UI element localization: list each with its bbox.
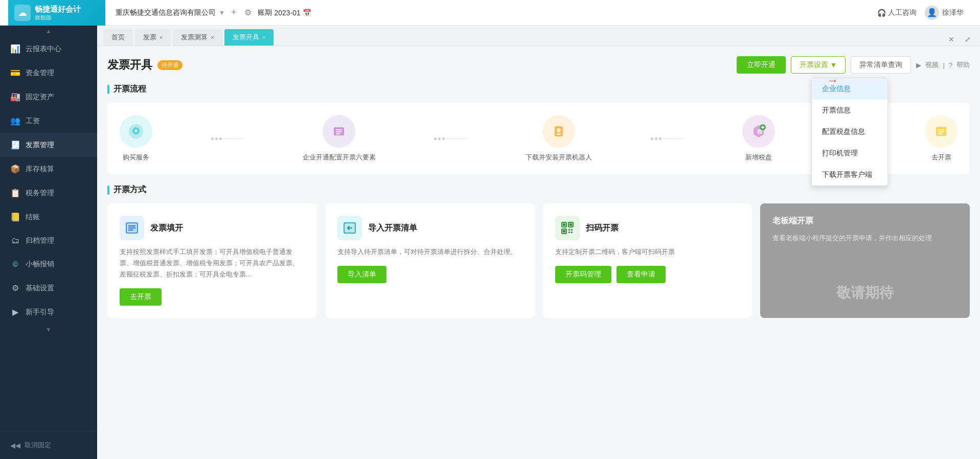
flow-step-invoice-label: 去开票 xyxy=(931,153,951,162)
sidebar: ▲ 📊 云报表中心 💳 资金管理 🏭 固定资产 👥 工资 🧾 发票管理 📦 库存… xyxy=(0,26,97,459)
dropdown-item-printer[interactable]: 打印机管理 xyxy=(812,143,887,164)
sidebar-scroll-down[interactable]: ▼ xyxy=(0,324,97,335)
gudingzichan-icon: 🏭 xyxy=(10,92,20,102)
method-import-header: 导入开票清单 xyxy=(337,216,522,240)
settings-dropdown-button[interactable]: 开票设置 ▼ xyxy=(791,56,846,74)
tab-fapiao-kaiju-close[interactable]: × xyxy=(262,34,265,40)
sidebar-item-guidang[interactable]: 🗂 归档管理 xyxy=(0,229,97,253)
top-header: ☁ 畅捷通好会计 旗舰版 重庆畅捷交通信息咨询有限公司 ▼ + ⚙ 账期 202… xyxy=(0,0,980,26)
svg-rect-35 xyxy=(571,232,573,233)
flow-icon-download xyxy=(542,115,575,148)
logo-sub: 旗舰版 xyxy=(35,14,81,21)
method-import-title: 导入开票清单 xyxy=(368,223,417,234)
fapiao-icon: 🧾 xyxy=(10,140,20,150)
sidebar-cancel-btn[interactable]: ◀◀ 取消固定 xyxy=(0,435,97,455)
method-scan-title: 扫码开票 xyxy=(586,223,619,234)
sidebar-item-fapiao[interactable]: 🧾 发票管理 xyxy=(0,133,97,157)
method-import-desc: 支持导入待开票清单，可对待开票清单进行拆分、合并处理。 xyxy=(337,246,522,258)
sidebar-item-label: 新手引导 xyxy=(26,308,54,317)
method-scan-code-btn[interactable]: 开票码管理 xyxy=(555,266,611,283)
method-card-boss: 老板端开票 查看老板端小程序提交的开票申请，并作出相应的处理 敬请期待 xyxy=(760,203,970,318)
overlay-text: 敬请期待 xyxy=(760,283,970,303)
shuiwu-icon: 📋 xyxy=(10,188,20,198)
tab-fapiao-cesuan-close[interactable]: × xyxy=(211,34,214,40)
tab-fapiao-kaiju-label: 发票开具 xyxy=(233,33,259,42)
dropdown-item-invoice-info[interactable]: 开票信息 xyxy=(812,100,887,121)
method-import-btn[interactable]: 导入清单 xyxy=(337,266,386,283)
main-layout: ▲ 📊 云报表中心 💳 资金管理 🏭 固定资产 👥 工资 🧾 发票管理 📦 库存… xyxy=(0,26,980,459)
settings-icon[interactable]: ⚙ xyxy=(244,8,252,17)
svg-point-8 xyxy=(557,128,561,132)
flow-icon-add-disk: 税 xyxy=(742,115,775,148)
xinshou-icon: ▶ xyxy=(10,307,20,317)
close-all-btn[interactable]: ✕ xyxy=(945,33,958,45)
tab-home[interactable]: 首页 xyxy=(103,29,133,45)
tab-fapiao-kaiju[interactable]: 发票开具 × xyxy=(224,29,274,45)
logo-main: 畅捷通好会计 xyxy=(35,4,81,14)
sidebar-scroll-up[interactable]: ▲ xyxy=(0,26,97,37)
sidebar-item-shuiwu[interactable]: 📋 税务管理 xyxy=(0,181,97,205)
dropdown-item-company-info[interactable]: 企业信息 xyxy=(812,78,887,100)
gongzi-icon: 👥 xyxy=(10,116,20,126)
company-selector[interactable]: 重庆畅捷交通信息咨询有限公司 ▼ xyxy=(116,8,225,17)
company-dropdown-icon: ▼ xyxy=(219,9,225,16)
method-boss-header: 老板端开票 xyxy=(772,216,958,226)
sidebar-item-gongzi[interactable]: 👥 工资 xyxy=(0,109,97,133)
methods-section-title: 开票方式 xyxy=(107,185,970,195)
company-name: 重庆畅捷交通信息咨询有限公司 xyxy=(116,8,216,17)
flow-connector-3 xyxy=(592,137,742,140)
method-fill-btn[interactable]: 去开票 xyxy=(120,288,162,306)
sidebar-item-label: 固定资产 xyxy=(26,93,54,102)
tab-action-btns: ✕ ⤢ xyxy=(945,33,974,45)
tab-fapiao[interactable]: 发票 × xyxy=(135,29,171,45)
user-area[interactable]: 👤 徐泽华 xyxy=(925,6,964,20)
video-label[interactable]: 视频 xyxy=(925,60,939,70)
sidebar-item-zijin[interactable]: 💳 资金管理 xyxy=(0,61,97,85)
content-area: 首页 发票 × 发票测算 × 发票开具 × ✕ ⤢ xyxy=(97,26,980,459)
method-fill-title: 发票填开 xyxy=(150,223,183,234)
settings-dropdown-arrow: ▼ xyxy=(830,61,837,69)
flow-step-add-disk-label: 新增税盘 xyxy=(745,153,772,162)
flow-connector-2 xyxy=(376,137,526,140)
sidebar-item-jiezhang[interactable]: 📒 结账 xyxy=(0,205,97,229)
settings-btn-label: 开票设置 xyxy=(800,60,828,70)
sidebar-item-jichu[interactable]: ⚙ 基础设置 xyxy=(0,276,97,300)
flow-step-download: 下载并安装开票机器人 xyxy=(526,115,592,162)
sidebar-item-xiaochang[interactable]: © 小畅报销 xyxy=(0,253,97,276)
support-area[interactable]: 🎧 人工咨询 xyxy=(877,8,917,17)
method-fill-header: 发票填开 xyxy=(120,216,305,240)
help-label[interactable]: 帮助 xyxy=(956,60,970,70)
method-scan-apply-btn[interactable]: 查看申请 xyxy=(617,266,666,283)
tab-fapiao-cesuan[interactable]: 发票测算 × xyxy=(173,29,222,45)
expand-btn[interactable]: ⤢ xyxy=(962,33,974,45)
methods-section: 开票方式 xyxy=(107,185,970,318)
method-boss-desc: 查看老板端小程序提交的开票申请，并作出相应的处理 xyxy=(772,233,958,244)
tab-fapiao-cesuan-label: 发票测算 xyxy=(181,33,208,42)
add-icon[interactable]: + xyxy=(231,7,237,18)
sidebar-item-kucun[interactable]: 📦 库存核算 xyxy=(0,157,97,181)
logo-text: 畅捷通好会计 旗舰版 xyxy=(35,4,81,21)
svg-rect-31 xyxy=(563,230,565,233)
red-arrow: → xyxy=(827,74,838,87)
flow-step-add-disk: 税 新增税盘 xyxy=(742,115,775,162)
page-actions: 立即开通 开票设置 ▼ 异常清单查询 ▶ 视频 | ? 帮助 xyxy=(737,56,970,74)
dropdown-item-tax-disk[interactable]: 配置税盘信息 xyxy=(812,121,887,143)
sidebar-item-gudingzichan[interactable]: 🏭 固定资产 xyxy=(0,85,97,109)
dropdown-item-download-client[interactable]: 下载开票客户端 xyxy=(812,164,887,186)
tab-fapiao-close[interactable]: × xyxy=(159,34,163,40)
anomaly-button[interactable]: 异常清单查询 xyxy=(851,56,911,74)
flow-step-config: 企业开通配置开票六要素 xyxy=(303,115,376,162)
activate-button[interactable]: 立即开通 xyxy=(737,56,786,74)
sidebar-item-xinshou[interactable]: ▶ 新手引导 xyxy=(0,300,97,324)
flow-icon-invoice xyxy=(925,115,958,148)
calendar-icon[interactable]: 📅 xyxy=(303,9,311,17)
method-scan-header: 扫码开票 xyxy=(555,216,740,240)
flow-connector-1 xyxy=(152,137,303,140)
page-header: 发票开具 待开通 立即开通 开票设置 ▼ 异常清单查询 ▶ 视频 | ? xyxy=(107,56,970,74)
flow-step-config-label: 企业开通配置开票六要素 xyxy=(303,153,376,162)
sidebar-item-yunbao[interactable]: 📊 云报表中心 xyxy=(0,37,97,61)
method-scan-icon xyxy=(555,216,580,240)
username: 徐泽华 xyxy=(942,8,964,17)
zijin-icon: 💳 xyxy=(10,68,20,78)
play-icon[interactable]: ▶ xyxy=(916,61,921,69)
